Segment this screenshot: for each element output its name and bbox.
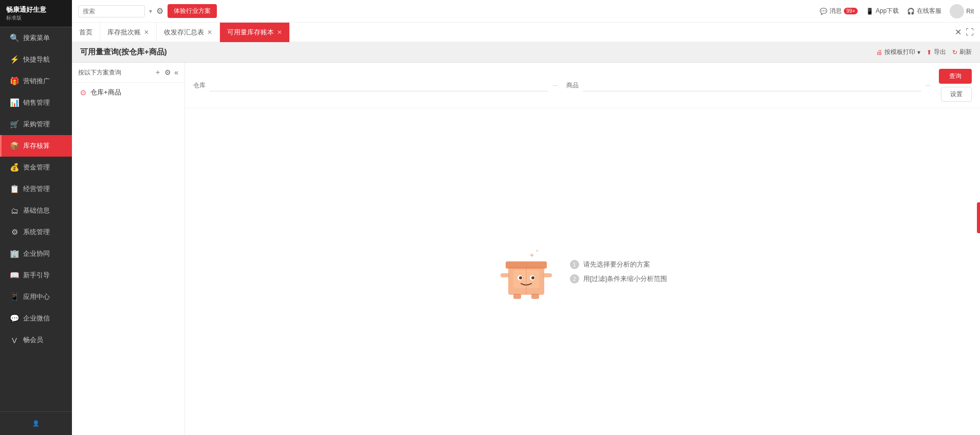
topbar-right: 💬 消息 99 📱 App下载 🎧 在线客服 Rit	[820, 4, 974, 18]
sidebar-label-app-center: 应用中心	[23, 292, 50, 301]
svg-rect-9	[543, 273, 552, 277]
topbar: ▾ ⚙ 体验行业方案 💬 消息 99 📱 App下载 🎧 在线客服 Rit	[72, 0, 980, 23]
sidebar-icon-search: 🔍	[10, 33, 19, 43]
page-title: 可用量查询(按仓库+商品)	[80, 47, 167, 57]
sidebar-item-marketing[interactable]: 🎁 营销推广	[0, 70, 72, 92]
sidebar-item-system[interactable]: ⚙ 系统管理	[0, 221, 72, 243]
topbar-user-btn[interactable]: Rit	[950, 4, 974, 18]
sidebar-label-quick-nav: 快捷导航	[23, 55, 50, 64]
sidebar-item-vip[interactable]: V 畅会员	[0, 329, 72, 351]
tab-home[interactable]: 首页	[72, 23, 100, 42]
hint-text: 请先选择要分析的方案	[583, 260, 650, 269]
sidebar-label-finance: 资金管理	[23, 163, 50, 172]
message-icon: 💬	[820, 8, 827, 15]
warehouse-label: 仓库	[193, 81, 206, 90]
topbar-message-btn[interactable]: 💬 消息 99	[820, 7, 858, 15]
sidebar-item-app-center[interactable]: 📱 应用中心	[0, 286, 72, 308]
sidebar-item-new-guide[interactable]: 📖 新手引导	[0, 264, 72, 286]
sidebar-item-inventory[interactable]: 📦 库存核算	[0, 135, 72, 157]
sidebar-icon-finance: 💰	[10, 163, 19, 172]
tab-label-batch-account: 库存批次账	[107, 28, 141, 37]
refresh-btn[interactable]: ↻ 刷新	[952, 48, 972, 56]
version-label: 标准版	[6, 14, 66, 22]
svg-text:✦: ✦	[535, 248, 539, 254]
warehouse-more-icon[interactable]: ···	[552, 82, 558, 89]
sidebar-item-enterprise[interactable]: 🏢 企业协同	[0, 243, 72, 264]
settings-btn[interactable]: 设置	[941, 87, 972, 102]
sidebar-icon-wechat: 💬	[10, 314, 19, 323]
message-label: 消息	[829, 7, 842, 15]
svg-rect-11	[531, 294, 539, 299]
topbar-search-input[interactable]	[78, 5, 145, 17]
trial-industry-btn[interactable]: 体验行业方案	[168, 4, 217, 18]
tab-summary[interactable]: 收发存汇总表✕	[157, 23, 220, 42]
print-template-btn[interactable]: 🖨 按模板打印 ▾	[876, 48, 920, 56]
filter-sidebar: 按以下方案查询 ＋ ⚙ « ⊙ 仓库+商品	[72, 63, 185, 435]
print-dropdown-icon[interactable]: ▾	[917, 49, 920, 56]
print-icon: 🖨	[876, 49, 882, 56]
filter-scheme-item[interactable]: ⊙ 仓库+商品	[72, 83, 184, 102]
topbar-app-download-btn[interactable]: 📱 App下载	[866, 7, 899, 15]
message-badge: 99	[844, 8, 858, 14]
user-name-label: Rit	[966, 8, 974, 15]
sidebar-item-search[interactable]: 🔍 搜索菜单	[0, 27, 72, 49]
page-header: 可用量查询(按仓库+商品) 🖨 按模板打印 ▾ ⬆ 导出 ↻ 刷新	[72, 42, 980, 63]
sidebar-bottom-item[interactable]: 👤	[0, 416, 72, 431]
empty-state-content: ✦ ✦ 1 请先选择要分析的方案 2 用[过滤]条件来缩小分析范围	[498, 243, 667, 300]
query-actions: 查询 设置	[939, 69, 972, 102]
tab-expand-icon[interactable]: ⛶	[966, 28, 974, 37]
tab-available-stock[interactable]: 可用量库存账本✕	[220, 23, 290, 42]
tab-bar-actions: ✕ ⛶	[949, 23, 980, 42]
topbar-gear-icon[interactable]: ⚙	[156, 6, 163, 16]
sidebar-icon-enterprise: 🏢	[10, 249, 19, 258]
goods-label: 商品	[566, 81, 579, 90]
sidebar-item-business[interactable]: 📋 经营管理	[0, 178, 72, 200]
sidebar-item-basic-info[interactable]: 🗂 基础信息	[0, 200, 72, 221]
query-conditions: 仓库 ··· 商品 ··· 查询 设置	[185, 63, 980, 108]
empty-box-icon: ✦ ✦	[498, 243, 554, 300]
warehouse-input[interactable]	[210, 80, 548, 91]
topbar-dropdown-icon[interactable]: ▾	[149, 8, 152, 15]
sidebar-label-sales: 销售管理	[23, 98, 50, 107]
topbar-online-service-btn[interactable]: 🎧 在线客服	[907, 7, 941, 15]
query-btn[interactable]: 查询	[939, 69, 972, 84]
sidebar-icon-inventory: 📦	[10, 141, 19, 150]
avatar	[950, 4, 964, 18]
tab-close-summary[interactable]: ✕	[207, 29, 212, 36]
query-area: 仓库 ··· 商品 ··· 查询 设置	[185, 63, 980, 435]
sidebar-label-marketing: 营销推广	[23, 77, 50, 86]
tab-close-available-stock[interactable]: ✕	[277, 29, 282, 36]
tab-container: 首页库存批次账✕收发存汇总表✕可用量库存账本✕	[72, 23, 290, 42]
filter-collapse-icon[interactable]: «	[174, 68, 178, 77]
sidebar-label-wechat: 企业微信	[23, 314, 50, 323]
goods-more-icon[interactable]: ···	[926, 82, 931, 89]
sidebar-item-quick-nav[interactable]: ⚡ 快捷导航	[0, 49, 72, 70]
tab-batch-account[interactable]: 库存批次账✕	[100, 23, 157, 42]
filter-settings-icon[interactable]: ⚙	[164, 68, 171, 77]
sidebar-item-sales[interactable]: 📊 销售管理	[0, 92, 72, 114]
sidebar-label-inventory: 库存核算	[23, 141, 50, 150]
tab-close-batch-account[interactable]: ✕	[144, 29, 149, 36]
main-area: ▾ ⚙ 体验行业方案 💬 消息 99 📱 App下载 🎧 在线客服 Rit	[72, 0, 980, 435]
sidebar-label-system: 系统管理	[23, 228, 50, 237]
online-service-label: 在线客服	[917, 7, 941, 15]
right-scroll-indicator[interactable]	[977, 202, 980, 233]
filter-scheme-label: 仓库+商品	[90, 88, 121, 97]
goods-input[interactable]	[583, 80, 921, 91]
sidebar-icon-system: ⚙	[10, 228, 19, 237]
tab-close-all-icon[interactable]: ✕	[955, 27, 961, 37]
sidebar-label-new-guide: 新手引导	[23, 271, 50, 280]
sidebar-item-purchase[interactable]: 🛒 采购管理	[0, 114, 72, 135]
filter-scheme-icon: ⊙	[80, 88, 86, 97]
sidebar-item-finance[interactable]: 💰 资金管理	[0, 157, 72, 178]
sidebar-item-wechat[interactable]: 💬 企业微信	[0, 308, 72, 329]
filter-add-icon[interactable]: ＋	[154, 68, 161, 77]
empty-hints: 1 请先选择要分析的方案 2 用[过滤]条件来缩小分析范围	[570, 260, 667, 283]
page-header-actions: 🖨 按模板打印 ▾ ⬆ 导出 ↻ 刷新	[876, 48, 972, 56]
refresh-icon: ↻	[952, 49, 957, 56]
sidebar-label-vip: 畅会员	[23, 335, 43, 345]
app-download-icon: 📱	[866, 8, 874, 15]
hint-number: 2	[570, 274, 579, 283]
print-label: 按模板打印	[884, 48, 915, 56]
export-btn[interactable]: ⬆ 导出	[927, 48, 946, 56]
